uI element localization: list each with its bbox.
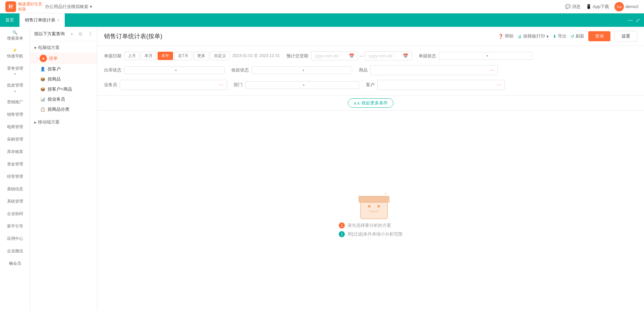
settings-button[interactable]: 设置: [614, 31, 637, 42]
sidebar-quick-nav[interactable]: ⚡ 快捷导航: [0, 45, 30, 62]
export-action[interactable]: ⬇ 导出: [553, 33, 567, 39]
sidebar-item-system[interactable]: 系统管理: [0, 195, 30, 208]
sidebar-item-finance[interactable]: 资金管理: [0, 158, 30, 170]
expected-date-start[interactable]: yyyy-mm-dd 📅: [311, 51, 358, 60]
product-icon: 📦: [40, 76, 46, 82]
settings-scheme-button[interactable]: ⊙: [77, 30, 84, 38]
payment-label: 收款状态: [231, 67, 249, 73]
scheme-item-by-order[interactable]: ● 按单: [30, 53, 97, 64]
scheme-group-mobile-header[interactable]: ▸ 移动端方案: [30, 117, 97, 127]
query-button[interactable]: 查询: [588, 31, 610, 41]
company-selector[interactable]: 办公用品行业模拟账套 ▾: [45, 4, 92, 10]
scheme-item-by-order-label: 按单: [49, 55, 58, 61]
sidebar-item-guide[interactable]: 新手引导: [0, 220, 30, 232]
logo-text: 畅捷通好生意 标版: [18, 2, 42, 11]
dept-select[interactable]: ▾: [245, 81, 359, 89]
sidebar-item-wholesale[interactable]: 批发管理 ▴: [0, 79, 30, 96]
sidebar-item-retail[interactable]: 零售管理 ▾: [0, 62, 30, 79]
salesperson-input[interactable]: ···: [120, 80, 227, 90]
sidebar-item-operations[interactable]: 经营管理: [0, 170, 30, 183]
refresh-label: 刷新: [576, 33, 584, 39]
tab-sales-order-stats-label: 销售订单统计表: [25, 17, 55, 23]
payment-select[interactable]: ▾: [252, 66, 352, 74]
search-icon: 🔍: [12, 30, 17, 35]
collapse-panel-button[interactable]: 《: [86, 30, 93, 38]
date-btn-this-month[interactable]: 本月: [141, 52, 156, 60]
tab-expand-icon[interactable]: ⤢: [636, 17, 640, 23]
status-select[interactable]: ▾: [439, 52, 533, 60]
active-indicator: ●: [40, 55, 47, 62]
chevron-down-icon: ▾: [303, 68, 348, 72]
filter-item-customer: 客户 ···: [366, 80, 505, 90]
tab-bar: 首页 销售订单统计表 × — ⤢: [0, 13, 644, 27]
logo-area: 好 畅捷通好生意 标版: [5, 1, 42, 12]
sidebar-search-menu[interactable]: 🔍 搜索菜单: [0, 27, 30, 45]
scheme-item-by-product[interactable]: 📦 按商品: [30, 74, 97, 84]
expected-date-end[interactable]: yyyy-mm-dd 📅: [365, 51, 412, 60]
chevron-down-icon: ▾: [486, 54, 529, 58]
filter-item-shipment: 出库状态 ▾: [104, 66, 225, 74]
scheme-item-by-salesperson[interactable]: 📊 按业务员: [30, 94, 97, 104]
customer-input[interactable]: ···: [377, 80, 505, 90]
filter-item-date: 单据日期 上月 本月 本年 近7天 更多 自定义 2023-01-01 至 20…: [104, 52, 280, 60]
empty-illustration: [354, 184, 387, 217]
chevron-down-icon: ▾: [90, 4, 92, 9]
user-area[interactable]: Ea demo2: [614, 2, 639, 11]
shipment-select[interactable]: ▾: [124, 66, 225, 74]
sidebar-item-enterprise-wechat[interactable]: 企业微信: [0, 245, 30, 257]
customer-more-icon[interactable]: ···: [497, 82, 501, 88]
date-btn-last-7days[interactable]: 近7天: [174, 52, 192, 60]
help-label: 帮助: [505, 33, 514, 39]
app-download-action[interactable]: 📱 App下载: [586, 4, 609, 10]
sidebar-item-ecommerce[interactable]: 电商管理: [0, 121, 30, 133]
product-input[interactable]: ···: [370, 65, 498, 75]
svg-point-6: [388, 201, 390, 203]
tab-home-label: 首页: [5, 17, 14, 23]
sidebar-item-purchase[interactable]: 采购管理: [0, 133, 30, 146]
date-btn-this-year[interactable]: 本年: [158, 52, 173, 60]
tab-home[interactable]: 首页: [0, 13, 19, 27]
scheme-group-pc-header[interactable]: ▾ 电脑端方案: [30, 43, 97, 53]
date-btn-more[interactable]: 更多: [194, 52, 209, 60]
collapse-filter-button[interactable]: ∧∧ 收起更多条件: [348, 98, 393, 108]
date-btn-last-month[interactable]: 上月: [124, 52, 140, 60]
message-icon: 💬: [565, 4, 571, 9]
tab-close-icon[interactable]: ×: [57, 18, 59, 22]
scheme-item-by-category-label: 按商品分类: [48, 106, 69, 112]
template-print-action[interactable]: 🖨 按模板打印 ▾: [518, 33, 549, 39]
filter-row-shipment: 出库状态 ▾ 收款状态 ▾ 商品: [104, 65, 637, 75]
salesperson-search-input[interactable]: [123, 83, 218, 88]
scheme-item-by-customer-product[interactable]: 📦 按客户+商品: [30, 84, 97, 94]
sidebar: 🔍 搜索菜单 ⚡ 快捷导航 零售管理 ▾ 批发管理 ▴ 营销推广 销售管理 电商…: [0, 27, 30, 310]
tab-sales-order-stats[interactable]: 销售订单统计表 ×: [19, 13, 65, 27]
chevron-down-icon: ▾: [546, 34, 549, 39]
sidebar-item-enterprise[interactable]: 企业协同: [0, 208, 30, 220]
scheme-item-by-customer-label: 按客户: [48, 66, 61, 72]
svg-point-2: [368, 205, 371, 208]
sidebar-item-inventory[interactable]: 库存核算: [0, 146, 30, 158]
sidebar-item-member[interactable]: 畅会员: [0, 257, 30, 270]
date-btn-custom[interactable]: 自定义: [210, 52, 230, 60]
sidebar-item-sales[interactable]: 销售管理: [0, 108, 30, 121]
sidebar-item-basic-info[interactable]: 基础信息: [0, 183, 30, 195]
refresh-action[interactable]: ↺ 刷新: [571, 33, 584, 39]
calendar-icon: 📅: [349, 53, 354, 58]
right-panel: 销售订单统计表(按单) ❓ 帮助 🖨 按模板打印 ▾ ⬇ 导出: [97, 27, 644, 310]
product-more-icon[interactable]: ···: [490, 67, 494, 73]
tab-minimize-icon[interactable]: —: [628, 17, 633, 23]
refresh-icon: ↺: [571, 34, 574, 39]
scheme-item-by-customer[interactable]: 👤 按客户: [30, 64, 97, 74]
salesperson-more-icon[interactable]: ···: [219, 82, 223, 88]
chevron-up-icon: ∧∧: [354, 101, 360, 106]
export-label: 导出: [558, 33, 567, 39]
add-scheme-button[interactable]: +: [68, 30, 75, 38]
customer-search-input[interactable]: [381, 83, 495, 88]
sidebar-item-marketing[interactable]: 营销推广: [0, 96, 30, 108]
product-search-input[interactable]: [374, 68, 488, 73]
avatar: Ea: [614, 2, 624, 11]
sidebar-item-app-center[interactable]: 应用中心: [0, 232, 30, 245]
filter-item-status: 单据状态 ▾: [419, 52, 533, 60]
scheme-item-by-category[interactable]: 📋 按商品分类: [30, 104, 97, 114]
help-action[interactable]: ❓ 帮助: [498, 33, 514, 39]
message-action[interactable]: 💬 消息: [565, 4, 581, 10]
